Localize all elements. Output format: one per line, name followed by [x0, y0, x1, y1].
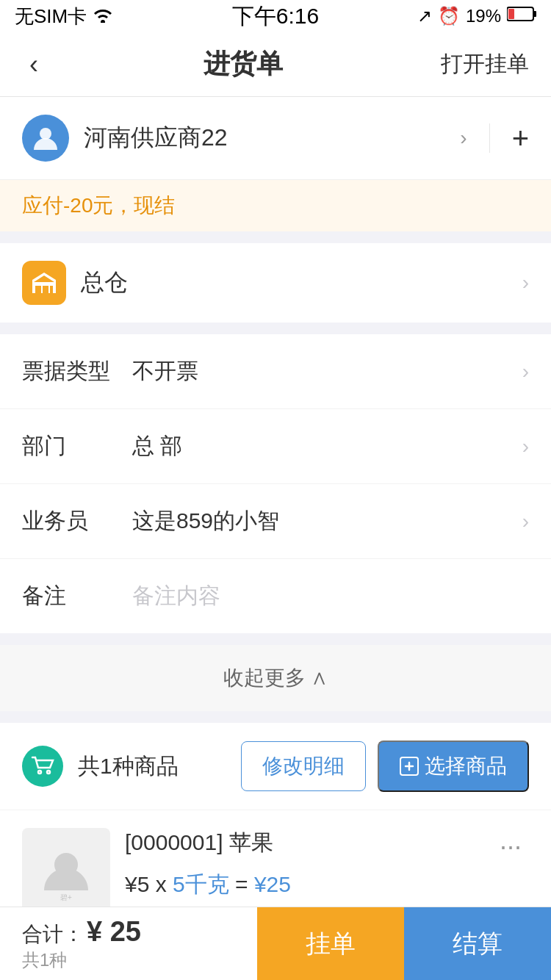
- notice-bar: 应付-20元，现结: [0, 180, 551, 231]
- location-icon: ↗: [417, 6, 432, 26]
- supplier-add-button[interactable]: +: [512, 122, 529, 155]
- status-bar-right: ↗ ⏰ 19%: [417, 6, 536, 26]
- total-price: ¥25: [254, 872, 291, 896]
- products-count: 共1种商品: [78, 752, 241, 782]
- collapse-button[interactable]: 收起更多 ∧: [0, 645, 551, 711]
- invoice-type-value: 不开票: [132, 356, 522, 386]
- product-price: ¥5 x 5千克 = ¥25: [125, 870, 478, 900]
- select-product-label: 选择商品: [425, 752, 507, 780]
- supplier-row[interactable]: 河南供应商22 › +: [0, 97, 551, 180]
- salesperson-row[interactable]: 业务员 这是859的小智 ›: [0, 484, 551, 559]
- total-amount: ¥ 25: [87, 916, 141, 948]
- invoice-type-row[interactable]: 票据类型 不开票 ›: [0, 334, 551, 409]
- back-button[interactable]: ‹: [22, 42, 46, 87]
- product-name: [0000001] 苹果: [125, 828, 478, 858]
- products-icon: [22, 746, 63, 787]
- product-more-button[interactable]: ···: [492, 828, 529, 865]
- department-row[interactable]: 部门 总 部 ›: [0, 409, 551, 484]
- svg-rect-1: [533, 11, 536, 17]
- form-section: 票据类型 不开票 › 部门 总 部 › 业务员 这是859的小智 › 备注 备注…: [0, 334, 551, 633]
- salesperson-chevron-icon: ›: [522, 510, 529, 533]
- unit-price: ¥5 x: [125, 872, 173, 896]
- product-info: [0000001] 苹果 ¥5 x 5千克 = ¥25: [125, 828, 478, 900]
- supplier-section: 河南供应商22 › + 应付-20元，现结: [0, 97, 551, 231]
- status-bar-left: 无SIM卡: [15, 4, 113, 29]
- product-id: [0000001]: [125, 830, 229, 854]
- status-bar-time: 下午6:16: [232, 1, 319, 32]
- supplier-chevron-icon: ›: [460, 126, 467, 150]
- status-bar: 无SIM卡 下午6:16 ↗ ⏰ 19%: [0, 0, 551, 32]
- warehouse-section[interactable]: 总仓 ›: [0, 243, 551, 323]
- battery-icon: [507, 6, 536, 26]
- collapse-label: 收起更多 ∧: [223, 664, 328, 692]
- supplier-avatar: [22, 115, 69, 162]
- quantity: 5千克: [173, 872, 229, 896]
- product-title: 苹果: [229, 830, 273, 854]
- product-thumbnail: 碧+: [22, 828, 110, 916]
- svg-text:碧+: 碧+: [60, 893, 72, 901]
- equals: =: [229, 872, 254, 896]
- open-hold-button[interactable]: 打开挂单: [441, 49, 529, 79]
- remark-placeholder: 备注内容: [132, 581, 529, 611]
- products-section: 共1种商品 修改明细 选择商品 碧+ [0000001] 苹果 ¥5 x 5千克…: [0, 723, 551, 934]
- warehouse-icon: [22, 261, 66, 305]
- svg-point-3: [40, 128, 51, 140]
- hold-button[interactable]: 挂单: [257, 907, 404, 981]
- alarm-icon: ⏰: [438, 6, 460, 26]
- department-chevron-icon: ›: [522, 435, 529, 458]
- remark-label: 备注: [22, 581, 118, 611]
- settle-button[interactable]: 结算: [404, 907, 551, 981]
- products-header: 共1种商品 修改明细 选择商品: [0, 723, 551, 810]
- bottom-bar: 合计： ¥ 25 共1种 挂单 结算: [0, 907, 551, 980]
- battery-label: 19%: [466, 6, 501, 26]
- wifi-icon: [93, 5, 113, 28]
- total-label: 合计：: [22, 920, 84, 948]
- select-product-button[interactable]: 选择商品: [378, 741, 529, 792]
- total-sub-label: 共1种: [22, 948, 235, 972]
- invoice-type-chevron-icon: ›: [522, 360, 529, 383]
- department-value: 总 部: [132, 431, 522, 461]
- carrier-label: 无SIM卡: [15, 4, 87, 29]
- supplier-divider: [489, 123, 490, 153]
- svg-rect-2: [508, 9, 514, 19]
- supplier-name: 河南供应商22: [84, 122, 460, 154]
- salesperson-label: 业务员: [22, 506, 118, 536]
- remark-row[interactable]: 备注 备注内容: [0, 559, 551, 633]
- page-title: 进货单: [204, 46, 283, 82]
- salesperson-value: 这是859的小智: [132, 506, 522, 536]
- warehouse-name: 总仓: [81, 267, 522, 299]
- department-label: 部门: [22, 431, 118, 461]
- warehouse-chevron-icon: ›: [522, 271, 529, 295]
- modify-detail-button[interactable]: 修改明细: [241, 741, 366, 791]
- nav-bar: ‹ 进货单 打开挂单: [0, 32, 551, 97]
- invoice-type-label: 票据类型: [22, 356, 118, 386]
- total-section: 合计： ¥ 25 共1种: [0, 916, 257, 972]
